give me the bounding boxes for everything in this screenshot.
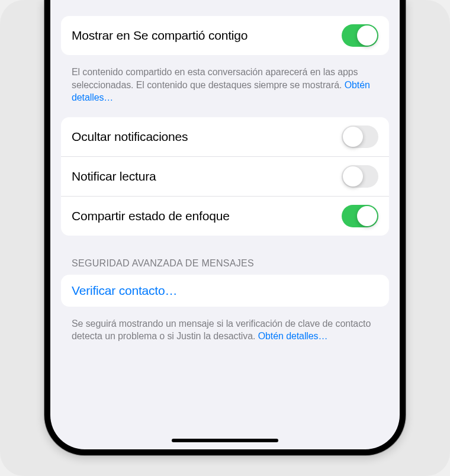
verify-contact-label: Verificar contacto… (72, 284, 177, 298)
outer-container: Mostrar en Se compartió contigo El conte… (0, 0, 450, 476)
verify-contact-row[interactable]: Verificar contacto… (61, 275, 389, 307)
share-focus-toggle[interactable] (342, 205, 378, 227)
read-receipts-label: Notificar lectura (72, 169, 156, 184)
hide-notifications-toggle[interactable] (342, 126, 378, 148)
hide-notifications-row[interactable]: Ocultar notificaciones (61, 117, 389, 156)
share-focus-row[interactable]: Compartir estado de enfoque (61, 196, 389, 236)
notifications-group: Ocultar notificaciones Notificar lectura… (61, 117, 389, 236)
toggle-knob (343, 166, 363, 186)
footer-text-1: El contenido compartido en esta conversa… (72, 67, 358, 90)
share-focus-label: Compartir estado de enfoque (72, 208, 230, 224)
read-receipts-row[interactable]: Notificar lectura (61, 156, 389, 196)
home-indicator[interactable] (172, 439, 278, 442)
advanced-security-header: SEGURIDAD AVANZADA DE MENSAJES (61, 242, 389, 275)
show-in-shared-row[interactable]: Mostrar en Se compartió contigo (61, 16, 389, 55)
read-receipts-toggle[interactable] (342, 165, 378, 188)
advanced-security-group: Verificar contacto… (61, 275, 389, 307)
toggle-knob (357, 25, 377, 46)
hide-notifications-label: Ocultar notificaciones (72, 129, 188, 144)
toggle-knob (357, 206, 377, 226)
verify-contact-footer: Se seguirá mostrando un mensaje si la ve… (61, 313, 389, 356)
show-in-shared-toggle[interactable] (342, 24, 378, 47)
shared-with-you-footer: El contenido compartido en esta conversa… (61, 61, 389, 117)
settings-content: Mostrar en Se compartió contigo El conte… (50, 0, 400, 362)
verify-details-link[interactable]: Obtén detalles… (258, 331, 328, 341)
phone-frame: Mostrar en Se compartió contigo El conte… (44, 0, 406, 455)
shared-with-you-group: Mostrar en Se compartió contigo (61, 16, 389, 55)
phone-screen: Mostrar en Se compartió contigo El conte… (50, 0, 400, 449)
show-in-shared-label: Mostrar en Se compartió contigo (72, 28, 247, 43)
toggle-knob (343, 127, 363, 147)
